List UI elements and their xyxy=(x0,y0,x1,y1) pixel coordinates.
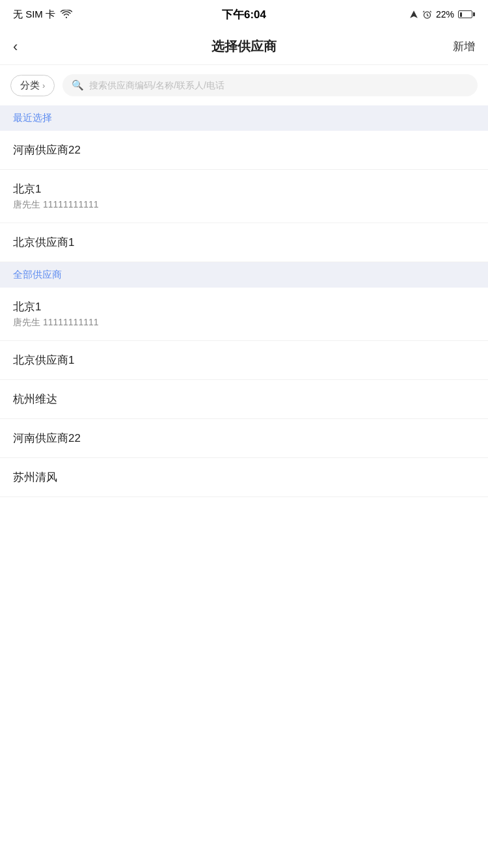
list-item[interactable]: 杭州维达 xyxy=(0,380,488,419)
status-time: 下午6:04 xyxy=(222,7,266,22)
search-input-wrap: 🔍 xyxy=(62,74,478,96)
recent-list: 河南供应商22 北京1 唐先生 11111111111 北京供应商1 xyxy=(0,131,488,262)
list-item[interactable]: 北京供应商1 xyxy=(0,223,488,262)
item-sub: 唐先生 11111111111 xyxy=(13,317,475,329)
item-name: 北京供应商1 xyxy=(13,235,475,250)
search-bar: 分类 › 🔍 xyxy=(0,65,488,105)
list-item[interactable]: 北京1 唐先生 11111111111 xyxy=(0,288,488,341)
category-button[interactable]: 分类 › xyxy=(10,75,55,96)
item-name: 苏州清风 xyxy=(13,470,475,485)
search-input[interactable] xyxy=(89,80,468,90)
status-right: 22% xyxy=(409,9,475,20)
nav-bar: ‹ 选择供应商 新增 xyxy=(0,29,488,65)
search-icon: 🔍 xyxy=(72,79,84,91)
list-item[interactable]: 北京供应商1 xyxy=(0,341,488,380)
sim-text: 无 SIM 卡 xyxy=(13,8,55,21)
page-title: 选择供应商 xyxy=(211,38,277,55)
alarm-icon xyxy=(422,10,432,20)
item-sub: 唐先生 11111111111 xyxy=(13,199,475,211)
status-left: 无 SIM 卡 xyxy=(13,8,72,21)
status-bar: 无 SIM 卡 下午6:04 22% xyxy=(0,0,488,29)
battery-text: 22% xyxy=(436,9,454,20)
battery-icon xyxy=(458,10,475,18)
add-button[interactable]: 新增 xyxy=(453,39,475,54)
category-label: 分类 xyxy=(20,79,40,92)
item-name: 河南供应商22 xyxy=(13,431,475,446)
all-list: 北京1 唐先生 11111111111 北京供应商1 杭州维达 河南供应商22 … xyxy=(0,288,488,497)
item-name: 河南供应商22 xyxy=(13,142,475,157)
back-button[interactable]: ‹ xyxy=(8,33,23,61)
chevron-right-icon: › xyxy=(42,81,45,90)
list-item[interactable]: 苏州清风 xyxy=(0,458,488,497)
recent-section-header: 最近选择 xyxy=(0,105,488,131)
all-section-header: 全部供应商 xyxy=(0,262,488,288)
location-icon xyxy=(409,10,418,19)
item-name: 北京1 xyxy=(13,182,475,197)
wifi-icon xyxy=(61,10,72,19)
item-name: 北京供应商1 xyxy=(13,353,475,368)
list-item[interactable]: 北京1 唐先生 11111111111 xyxy=(0,170,488,223)
item-name: 北京1 xyxy=(13,299,475,314)
list-item[interactable]: 河南供应商22 xyxy=(0,131,488,170)
item-name: 杭州维达 xyxy=(13,392,475,407)
list-item[interactable]: 河南供应商22 xyxy=(0,419,488,458)
